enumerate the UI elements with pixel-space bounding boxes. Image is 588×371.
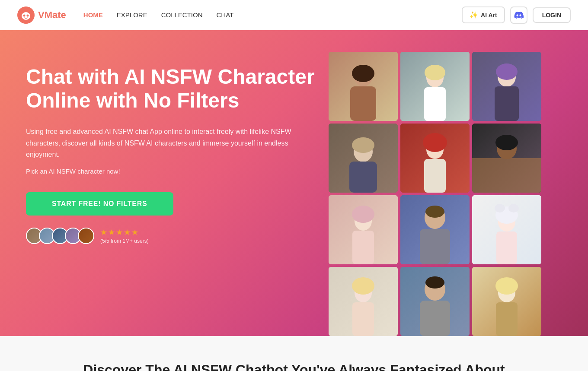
svg-rect-13 [424, 87, 446, 121]
star-1: ★ [100, 228, 107, 237]
svg-point-18 [496, 63, 518, 80]
svg-point-2 [23, 14, 26, 16]
svg-point-34 [352, 206, 374, 223]
stars-row: ★ ★ ★ ★ ★ [100, 228, 149, 237]
svg-rect-55 [496, 302, 518, 336]
header-right: ✨ AI Art LOGIN [462, 6, 571, 24]
bottom-title: Discover The AI NSFW Chatbot You've Alwa… [17, 362, 571, 371]
main-nav: HOME EXPLORE COLLECTION CHAT [83, 11, 233, 19]
star-4: ★ [124, 228, 131, 237]
hero-section: Chat with AI NSFW Character Online with … [0, 30, 588, 336]
bottom-section: Discover The AI NSFW Chatbot You've Alwa… [0, 336, 588, 371]
svg-rect-33 [352, 231, 374, 264]
character-image-11[interactable] [400, 267, 470, 336]
character-image-7[interactable] [329, 195, 398, 264]
svg-rect-21 [349, 162, 377, 193]
nav-collection[interactable]: COLLECTION [161, 11, 203, 19]
nav-explore[interactable]: EXPLORE [117, 11, 147, 19]
svg-rect-28 [472, 158, 541, 193]
avatar-5 [78, 228, 94, 244]
star-5: ★ [131, 228, 138, 237]
start-free-button[interactable]: START FREE! NO FILTERS [26, 192, 173, 216]
svg-point-4 [24, 9, 28, 11]
svg-point-26 [423, 133, 447, 152]
user-avatars [26, 228, 94, 244]
nav-chat[interactable]: CHAT [217, 11, 234, 19]
character-image-4[interactable] [329, 124, 398, 193]
svg-rect-41 [496, 231, 517, 264]
character-image-9[interactable] [472, 195, 541, 264]
svg-point-14 [425, 65, 445, 80]
logo[interactable]: VMate [17, 6, 66, 24]
svg-point-44 [508, 204, 519, 212]
svg-point-22 [352, 137, 374, 153]
hero-image-grid [329, 52, 541, 336]
hero-pick-text: Pick an AI NSFW character now! [26, 168, 329, 175]
star-rating: ★ ★ ★ ★ ★ (5/5 from 1M+ users) [100, 228, 149, 244]
svg-point-3 [27, 14, 29, 16]
svg-point-52 [425, 276, 444, 289]
rating-text: (5/5 from 1M+ users) [100, 238, 149, 244]
svg-point-56 [495, 277, 518, 295]
character-image-12[interactable] [472, 267, 541, 336]
ai-art-label: AI Art [481, 12, 497, 19]
character-image-5[interactable] [400, 124, 470, 193]
hero-description: Using free and advanced AI NSFW chat App… [26, 126, 294, 160]
discord-icon [514, 12, 524, 19]
svg-point-38 [425, 206, 444, 218]
svg-rect-17 [495, 86, 519, 121]
sparkle-icon: ✨ [470, 11, 478, 19]
character-image-8[interactable] [400, 195, 470, 264]
logo-text: VMate [38, 10, 66, 21]
star-2: ★ [108, 228, 115, 237]
ai-art-button[interactable]: ✨ AI Art [462, 6, 505, 23]
svg-point-1 [22, 12, 30, 20]
hero-title: Chat with AI NSFW Character Online with … [26, 65, 329, 112]
discord-button[interactable] [510, 6, 527, 24]
character-image-2[interactable] [400, 52, 470, 121]
star-3: ★ [116, 228, 123, 237]
character-image-3[interactable] [472, 52, 541, 121]
svg-rect-51 [420, 301, 450, 336]
svg-point-43 [495, 204, 505, 212]
svg-point-30 [495, 135, 518, 150]
character-image-1[interactable] [329, 52, 398, 121]
svg-rect-25 [424, 159, 446, 193]
logo-icon [17, 6, 35, 24]
character-image-10[interactable] [329, 267, 398, 336]
social-proof: ★ ★ ★ ★ ★ (5/5 from 1M+ users) [26, 228, 329, 244]
site-header: VMate HOME EXPLORE COLLECTION CHAT ✨ AI … [0, 0, 588, 30]
hero-content: Chat with AI NSFW Character Online with … [26, 56, 329, 244]
login-button[interactable]: LOGIN [533, 7, 571, 23]
svg-point-48 [352, 277, 374, 295]
character-image-6[interactable] [472, 124, 541, 193]
svg-rect-37 [420, 229, 450, 264]
svg-rect-47 [352, 302, 374, 336]
header-left: VMate HOME EXPLORE COLLECTION CHAT [17, 6, 233, 24]
nav-home[interactable]: HOME [83, 11, 103, 19]
svg-point-10 [352, 65, 374, 82]
svg-rect-9 [350, 86, 376, 121]
